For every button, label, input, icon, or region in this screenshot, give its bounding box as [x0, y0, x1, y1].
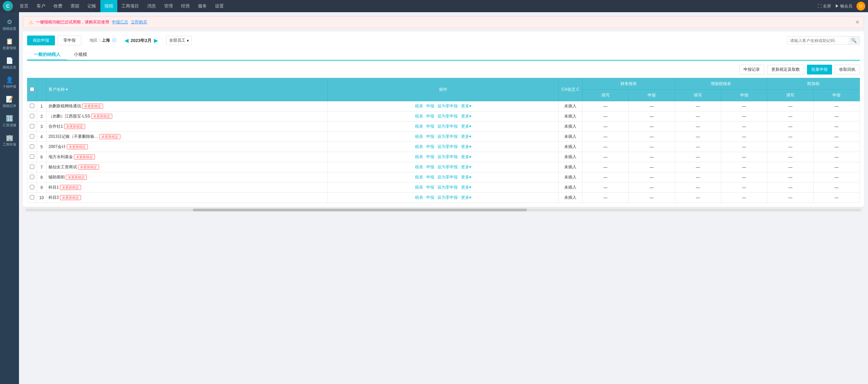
op-declare[interactable]: 申报: [426, 124, 434, 129]
nav-invoice[interactable]: 票据: [66, 0, 83, 12]
row-select-checkbox[interactable]: [30, 195, 34, 199]
row-select-checkbox[interactable]: [30, 104, 34, 108]
op-zero-declare[interactable]: 设为零申报: [437, 114, 458, 119]
nav-accounting[interactable]: 记账: [83, 0, 100, 12]
op-zero-declare[interactable]: 设为零申报: [437, 154, 458, 159]
sort-icon[interactable]: ▾: [66, 87, 68, 92]
banner-link-summary[interactable]: 申报汇总: [112, 19, 128, 25]
region-info-icon[interactable]: ⓘ: [112, 38, 116, 43]
nav-right: ⛶ 全屏 ▶ 畅会员 U: [817, 2, 865, 10]
row-select-checkbox[interactable]: [30, 114, 34, 118]
op-more[interactable]: 更多▾: [461, 104, 471, 108]
date-next-btn[interactable]: ▶: [154, 37, 158, 44]
op-zero-declare[interactable]: 设为零申报: [437, 144, 458, 149]
sidebar-item-personal-tax[interactable]: 👤 个税申报: [0, 73, 19, 92]
search-input[interactable]: [787, 37, 848, 44]
op-more[interactable]: 更多▾: [461, 134, 471, 139]
op-more[interactable]: 更多▾: [461, 124, 471, 129]
subtab-small-scale[interactable]: 小规模: [67, 49, 94, 61]
op-tax-form[interactable]: 税表: [415, 165, 423, 169]
op-tax-form[interactable]: 税表: [415, 134, 423, 139]
op-declare[interactable]: 申报: [426, 195, 434, 200]
op-declare[interactable]: 申报: [426, 134, 434, 139]
collect-receipt-btn[interactable]: 收取回执: [835, 65, 860, 74]
op-more[interactable]: 更多▾: [461, 154, 471, 159]
op-zero-declare[interactable]: 设为零申报: [437, 175, 458, 179]
sidebar-item-batch-tax[interactable]: 📋 批量报税: [0, 34, 19, 54]
row-select-checkbox[interactable]: [30, 185, 34, 189]
row-select-checkbox[interactable]: [30, 154, 34, 159]
upgrade-btn[interactable]: ▶ 畅会员: [835, 3, 852, 9]
nav-tax[interactable]: 报税: [100, 0, 117, 12]
th-tax-submit: 申报: [721, 90, 767, 101]
op-declare[interactable]: 申报: [426, 114, 434, 119]
declaration-record-btn[interactable]: 申报记录: [739, 65, 764, 74]
scroll-thumb[interactable]: [193, 209, 527, 211]
batch-declare-btn[interactable]: 批量申报: [807, 65, 832, 74]
horizontal-scrollbar[interactable]: [23, 207, 864, 212]
banner-message: 一键报税功能已过试用期，请购买后使用: [36, 19, 109, 25]
row-select-checkbox[interactable]: [30, 144, 34, 149]
op-more[interactable]: 更多▾: [461, 165, 471, 169]
op-tax-form[interactable]: 税表: [415, 144, 423, 149]
nav-business[interactable]: 工商项目: [117, 0, 143, 12]
banner-close-btn[interactable]: ✕: [855, 19, 860, 25]
row-select-checkbox[interactable]: [30, 165, 34, 169]
banner-link-buy[interactable]: 立即购买: [131, 19, 147, 25]
nav-operation[interactable]: 经营: [177, 0, 194, 12]
date-prev-btn[interactable]: ◀: [124, 37, 129, 44]
row-select-checkbox[interactable]: [30, 134, 34, 138]
search-button[interactable]: 🔍: [848, 37, 860, 44]
op-zero-declare[interactable]: 设为零申报: [437, 124, 458, 129]
op-declare[interactable]: 申报: [426, 165, 434, 169]
op-tax-form[interactable]: 税表: [415, 185, 423, 190]
sidebar-item-tax-overview[interactable]: 📄 报税总览: [0, 54, 19, 73]
sidebar-item-tax-record[interactable]: 📝 报税记录: [0, 92, 19, 111]
op-zero-declare[interactable]: 设为零申报: [437, 104, 458, 108]
select-all-checkbox[interactable]: [30, 87, 34, 91]
nav-fee[interactable]: 收费: [50, 0, 66, 12]
staff-select[interactable]: 全部员工 ▾: [166, 36, 192, 45]
op-zero-declare[interactable]: 设为零申报: [437, 134, 458, 139]
row-select-checkbox[interactable]: [30, 175, 34, 179]
op-declare[interactable]: 申报: [426, 175, 434, 179]
sidebar-item-tax-settings[interactable]: ⚙ 报税设置: [0, 15, 19, 34]
op-declare[interactable]: 申报: [426, 144, 434, 149]
op-zero-declare[interactable]: 设为零申报: [437, 195, 458, 200]
op-more[interactable]: 更多▾: [461, 175, 471, 179]
op-tax-form[interactable]: 税表: [415, 104, 423, 108]
nav-settings[interactable]: 设置: [211, 0, 228, 12]
update-tax-btn[interactable]: 更新税定及取数: [767, 65, 804, 74]
nav-client[interactable]: 客户: [33, 0, 50, 12]
sidebar-item-business-annual[interactable]: 🏢 工商年报: [0, 131, 19, 150]
op-zero-declare[interactable]: 设为零申报: [437, 165, 458, 169]
user-avatar[interactable]: U: [856, 2, 865, 10]
row-select-checkbox[interactable]: [30, 124, 34, 128]
tab-zero-declaration[interactable]: 零申报: [58, 36, 81, 45]
table-row: 8 辅助期初 未更新税定 税表 申报 设为零申报 更多▾ 未插入 — — — —…: [27, 172, 860, 183]
row-checkbox: [27, 132, 37, 142]
op-tax-form[interactable]: 税表: [415, 124, 423, 129]
op-tax-form[interactable]: 税表: [415, 114, 423, 119]
op-tax-form[interactable]: 税表: [415, 175, 423, 179]
op-declare[interactable]: 申报: [426, 154, 434, 159]
row-a1: —: [767, 172, 813, 183]
tab-tax-declaration[interactable]: 税款申报: [27, 36, 55, 45]
fullscreen-btn[interactable]: ⛶ 全屏: [817, 3, 831, 9]
nav-message[interactable]: 消息: [143, 0, 160, 12]
nav-home[interactable]: 首页: [16, 0, 33, 12]
subtab-general-taxpayer[interactable]: 一般的纳税人: [27, 49, 67, 61]
op-tax-form[interactable]: 税表: [415, 195, 423, 200]
sidebar-item-annual-calc[interactable]: 🔢 汇算清缴: [0, 111, 19, 131]
op-declare[interactable]: 申报: [426, 185, 434, 190]
nav-manage[interactable]: 管理: [160, 0, 177, 12]
nav-service[interactable]: 服务: [194, 0, 211, 12]
op-more[interactable]: 更多▾: [461, 185, 471, 190]
op-zero-declare[interactable]: 设为零申报: [437, 185, 458, 190]
op-more[interactable]: 更多▾: [461, 195, 471, 200]
op-tax-form[interactable]: 税表: [415, 154, 423, 159]
op-more[interactable]: 更多▾: [461, 114, 471, 119]
tax-settings-icon: ⚙: [7, 18, 12, 26]
op-more[interactable]: 更多▾: [461, 144, 471, 149]
op-declare[interactable]: 申报: [426, 104, 434, 108]
